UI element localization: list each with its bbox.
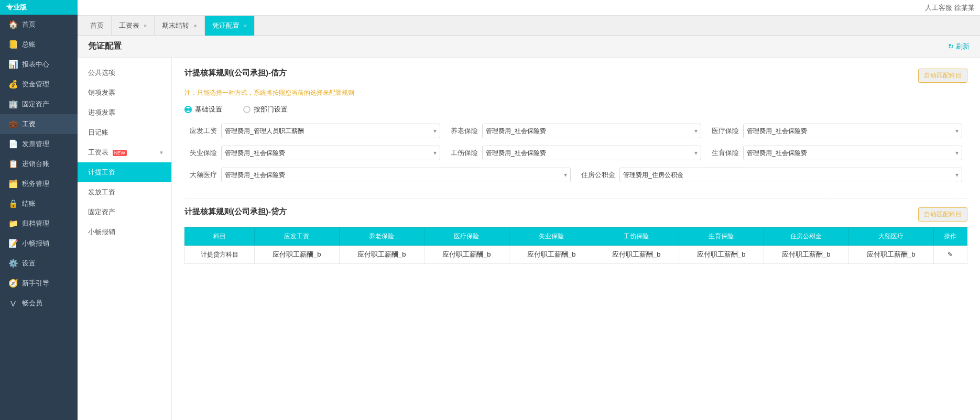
td-unemployment-credit[interactable]: 应付职工薪酬_b <box>509 246 594 264</box>
auto-match-credit-button[interactable]: 自动匹配科目 <box>918 207 967 222</box>
refresh-button[interactable]: ↻ 刷新 <box>948 42 970 51</box>
main-area: 人工客服 徐某某 首页 工资表 × 期末结转 × 凭证配置 × 凭证配置 ↻ 刷… <box>78 0 980 420</box>
section-credit-title: 计提核算规则(公司承担)-贷方 <box>184 207 287 217</box>
th-maternity: 生育保险 <box>679 228 764 246</box>
th-subject: 科目 <box>185 228 255 246</box>
chevron-wage-icon: ▾ <box>433 127 437 135</box>
sidebar-label-expense: 小畅报销 <box>22 239 49 248</box>
td-maternity-credit[interactable]: 应付职工薪酬_b <box>679 246 764 264</box>
select-pension[interactable]: 管理费用_社会保险费 ▾ <box>482 124 701 138</box>
left-nav-calculate-salary[interactable]: 计提工资 <box>78 162 171 182</box>
td-medical-credit[interactable]: 应付职工薪酬_b <box>424 246 509 264</box>
select-wage[interactable]: 管理费用_管理人员职工薪酬 ▾ <box>221 124 440 138</box>
sidebar-label-invoice: 发票管理 <box>22 139 49 149</box>
sidebar-item-archive[interactable]: 📁 归档管理 <box>0 214 78 234</box>
close-period-icon: 🔒 <box>8 199 18 208</box>
th-major-medical: 大额医疗 <box>848 228 933 246</box>
radio-basic-circle <box>184 106 192 113</box>
sidebar-label-home: 首页 <box>22 20 36 29</box>
sidebar-item-invoice[interactable]: 📄 发票管理 <box>0 134 78 154</box>
sidebar-label-archive: 归档管理 <box>22 219 49 228</box>
sidebar-item-purchase[interactable]: 📋 进销台账 <box>0 154 78 174</box>
form-item-injury: 工伤保险 管理费用_社会保险费 ▾ <box>451 146 701 160</box>
select-housing-fund[interactable]: 管理费用_住房公积金 ▾ <box>619 168 962 182</box>
tab-voucher-config-close[interactable]: × <box>244 23 247 29</box>
ledger-icon: 📒 <box>8 40 18 49</box>
chevron-maternity-icon: ▾ <box>955 149 959 157</box>
td-pension-credit[interactable]: 应付职工薪酬_b <box>339 246 424 264</box>
sidebar-item-ledger[interactable]: 📒 总账 <box>0 35 78 54</box>
left-nav-sales-invoice[interactable]: 销项发票 <box>78 83 171 103</box>
sidebar-item-home[interactable]: 🏠 首页 <box>0 15 78 35</box>
left-nav-salary-table[interactable]: 工资表 NEW ▼ <box>78 142 171 162</box>
tab-period-carry[interactable]: 期末结转 × <box>155 16 204 36</box>
sidebar-label-finance: 资金管理 <box>22 80 49 89</box>
tab-period-carry-close[interactable]: × <box>193 23 197 29</box>
sidebar-item-assets[interactable]: 🏢 固定资产 <box>0 94 78 114</box>
sidebar-item-expense[interactable]: 📝 小畅报销 <box>0 234 78 253</box>
td-subject-label: 计提贷方科目 <box>185 246 255 264</box>
select-unemployment[interactable]: 管理费用_社会保险费 ▾ <box>221 146 440 160</box>
tab-bar: 首页 工资表 × 期末结转 × 凭证配置 × <box>78 16 980 36</box>
sidebar-item-finance[interactable]: 💰 资金管理 <box>0 74 78 94</box>
tab-voucher-config[interactable]: 凭证配置 × <box>205 16 255 36</box>
page-header: 凭证配置 ↻ 刷新 <box>78 36 980 58</box>
td-housing-credit[interactable]: 应付职工薪酬_b <box>764 246 848 264</box>
tax-icon: 🗂️ <box>8 179 18 189</box>
expense-icon: 📝 <box>8 239 18 248</box>
form-row-1: 应发工资 管理费用_管理人员职工薪酬 ▾ 养老保险 管理费用_社会保险费 ▾ <box>184 124 967 160</box>
tab-salary-table-close[interactable]: × <box>144 23 147 29</box>
sidebar-label-assets: 固定资产 <box>22 100 49 109</box>
sidebar-item-close[interactable]: 🔒 结账 <box>0 194 78 214</box>
th-pension: 养老保险 <box>339 228 424 246</box>
radio-group: 基础设置 按部门设置 <box>184 105 967 114</box>
table-header-row: 科目 应发工资 养老保险 医疗保险 失业保险 工伤保险 生育保险 住房公积金 大… <box>185 228 967 246</box>
select-major-medical[interactable]: 管理费用_社会保险费 ▾ <box>221 168 571 182</box>
select-maternity[interactable]: 管理费用_社会保险费 ▾ <box>743 146 962 160</box>
left-nav-journal[interactable]: 日记账 <box>78 123 171 142</box>
sidebar-label-guide: 新手引导 <box>22 279 49 288</box>
select-medical[interactable]: 管理费用_社会保险费 ▾ <box>743 124 962 138</box>
left-nav-expense-report[interactable]: 小畅报销 <box>78 222 171 242</box>
label-wage: 应发工资 <box>190 126 217 136</box>
radio-department[interactable]: 按部门设置 <box>243 105 288 114</box>
td-wage-credit[interactable]: 应付职工薪酬_b <box>254 246 339 264</box>
th-housing: 住房公积金 <box>764 228 848 246</box>
sidebar-item-report[interactable]: 📊 报表中心 <box>0 54 78 74</box>
select-major-medical-value: 管理费用_社会保险费 <box>225 171 285 180</box>
left-nav-pay-salary[interactable]: 发放工资 <box>78 182 171 202</box>
topbar-user-service: 人工客服 徐某某 <box>925 3 975 13</box>
select-injury-value: 管理费用_社会保险费 <box>486 149 546 158</box>
table-row: 计提贷方科目 应付职工薪酬_b 应付职工薪酬_b 应付职工薪酬_b 应付职工薪酬… <box>185 246 967 264</box>
sidebar-item-settings[interactable]: ⚙️ 设置 <box>0 253 78 273</box>
td-edit-action[interactable]: ✎ <box>933 246 967 264</box>
content-area: 公共选项 销项发票 进项发票 日记账 工资表 NEW ▼ 计提工资 发放工资 <box>78 58 980 420</box>
label-housing-fund: 住房公积金 <box>581 170 615 180</box>
archive-icon: 📁 <box>8 219 18 228</box>
left-nav-purchase-invoice[interactable]: 进项发票 <box>78 103 171 123</box>
section-debit: 计提核算规则(公司承担)-借方 自动匹配科目 注：只能选择一种方式，系统将按照您… <box>184 68 967 182</box>
tab-period-carry-label: 期末结转 <box>162 21 189 30</box>
topbar-right: 人工客服 徐某某 <box>925 3 975 13</box>
sidebar-item-tax[interactable]: 🗂️ 税务管理 <box>0 174 78 194</box>
td-major-medical-credit[interactable]: 应付职工薪酬_b <box>848 246 933 264</box>
th-wage: 应发工资 <box>254 228 339 246</box>
form-item-housing-fund: 住房公积金 管理费用_住房公积金 ▾ <box>581 168 962 182</box>
left-nav-fixed-assets[interactable]: 固定资产 <box>78 202 171 222</box>
auto-match-debit-button[interactable]: 自动匹配科目 <box>918 69 967 83</box>
report-icon: 📊 <box>8 60 18 69</box>
section-note: 注：只能选择一种方式，系统将按照您当前的选择来配置规则 <box>184 89 967 97</box>
left-nav-public-options[interactable]: 公共选项 <box>78 63 171 83</box>
tab-salary-table[interactable]: 工资表 × <box>112 16 155 36</box>
form-item-pension: 养老保险 管理费用_社会保险费 ▾ <box>451 124 701 138</box>
label-major-medical: 大额医疗 <box>190 170 217 180</box>
sidebar-item-guide[interactable]: 🧭 新手引导 <box>0 273 78 293</box>
sidebar-item-member[interactable]: V 畅会员 <box>0 293 78 313</box>
select-maternity-value: 管理费用_社会保险费 <box>747 149 807 158</box>
td-injury-credit[interactable]: 应付职工薪酬_b <box>594 246 679 264</box>
sidebar-item-salary[interactable]: 💼 工资 <box>0 114 78 134</box>
select-injury[interactable]: 管理费用_社会保险费 ▾ <box>482 146 701 160</box>
tab-home[interactable]: 首页 <box>83 16 112 36</box>
radio-basic[interactable]: 基础设置 <box>184 105 222 114</box>
sidebar-label-ledger: 总账 <box>22 40 36 49</box>
